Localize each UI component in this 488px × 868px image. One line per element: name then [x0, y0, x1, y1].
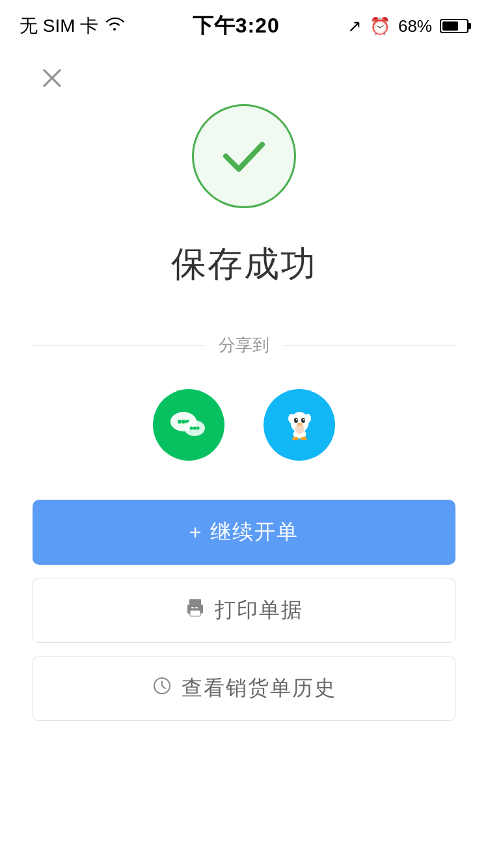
print-label: 打印单据: [215, 596, 303, 625]
main-content: 保存成功 分享到: [0, 52, 488, 721]
share-divider: 分享到: [33, 334, 455, 357]
share-label: 分享到: [206, 334, 282, 357]
svg-point-12: [288, 414, 295, 423]
svg-point-15: [301, 418, 305, 423]
svg-point-21: [295, 424, 304, 434]
close-button[interactable]: [33, 59, 72, 98]
wifi-icon: [105, 16, 124, 36]
svg-rect-26: [195, 607, 198, 608]
svg-point-3: [178, 420, 182, 424]
share-icons-row: [33, 389, 455, 461]
success-title: 保存成功: [171, 241, 317, 288]
svg-point-17: [303, 418, 304, 420]
svg-point-8: [193, 427, 197, 430]
svg-point-20: [301, 437, 307, 440]
svg-point-16: [295, 418, 297, 420]
status-left: 无 SIM 卡: [20, 14, 124, 38]
svg-point-7: [190, 427, 193, 430]
svg-rect-25: [191, 607, 194, 608]
svg-point-14: [294, 418, 298, 423]
divider-line-right: [282, 345, 455, 346]
continue-label: 继续开单: [210, 518, 299, 547]
continue-button[interactable]: + 继续开单: [33, 500, 455, 565]
alarm-icon: ⏰: [370, 16, 390, 36]
success-icon-circle: [192, 104, 296, 208]
share-qq-button[interactable]: [264, 389, 335, 461]
status-bar: 无 SIM 卡 下午3:20 ↗ ⏰ 68%: [0, 0, 488, 52]
print-icon: [185, 597, 206, 623]
battery-percent: 68%: [398, 16, 432, 36]
history-label: 查看销货单历史: [182, 674, 336, 703]
battery-icon: [440, 19, 468, 33]
continue-icon: +: [189, 521, 202, 545]
svg-rect-24: [190, 610, 200, 616]
svg-rect-22: [189, 599, 201, 604]
print-button[interactable]: 打印单据: [33, 578, 455, 643]
status-right: ↗ ⏰ 68%: [347, 16, 468, 36]
carrier-text: 无 SIM 卡: [20, 14, 98, 38]
status-time: 下午3:20: [193, 12, 280, 40]
svg-point-4: [182, 420, 185, 424]
svg-point-9: [197, 427, 200, 430]
share-section: 分享到: [0, 334, 488, 461]
svg-point-19: [292, 437, 299, 440]
share-wechat-button[interactable]: [153, 389, 224, 461]
action-buttons: + 继续开单 打印单据: [0, 500, 488, 721]
history-button[interactable]: 查看销货单历史: [33, 656, 455, 721]
history-icon: [152, 675, 172, 701]
svg-point-13: [305, 414, 311, 423]
divider-line-left: [33, 345, 206, 346]
location-icon: ↗: [347, 16, 362, 36]
